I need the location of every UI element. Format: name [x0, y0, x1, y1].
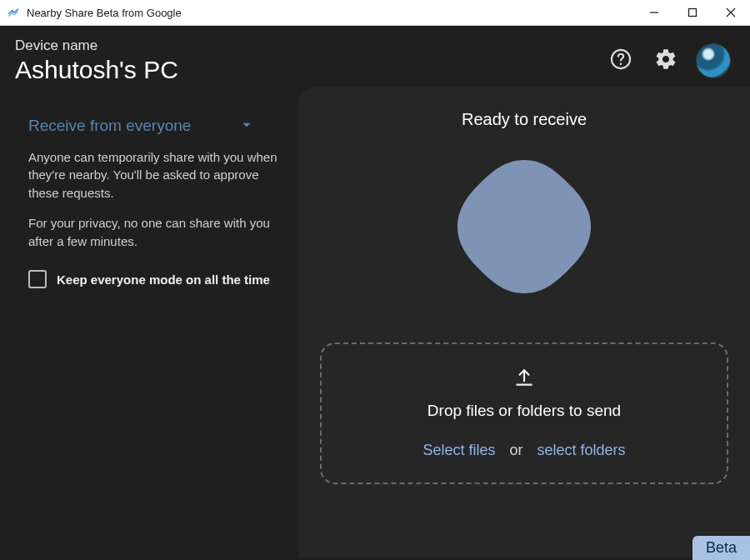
device-name-value: Ashutosh's PC — [15, 56, 178, 85]
keep-everyone-checkbox[interactable] — [28, 270, 47, 288]
visibility-panel: Receive from everyone Anyone can tempora… — [0, 93, 298, 558]
account-avatar[interactable] — [697, 44, 730, 78]
ready-status: Ready to receive — [320, 110, 728, 129]
visibility-description-1: Anyone can temporarily share with you wh… — [28, 148, 278, 202]
device-name-label: Device name — [15, 38, 178, 54]
maximize-button[interactable] — [673, 0, 712, 25]
help-button[interactable] — [607, 47, 635, 75]
settings-button[interactable] — [652, 47, 680, 75]
svg-point-5 — [620, 63, 622, 66]
gear-icon — [654, 48, 678, 74]
dropzone-or: or — [509, 442, 522, 458]
app-header: Device name Ashutosh's PC — [0, 26, 750, 93]
keep-everyone-checkbox-label: Keep everyone mode on all the time — [57, 272, 270, 287]
dropzone-title: Drop files or folders to send — [428, 402, 621, 420]
select-folders-link[interactable]: select folders — [538, 442, 626, 458]
upload-icon — [513, 367, 535, 392]
receive-panel: Ready to receive Drop files or folders t… — [298, 87, 750, 558]
window-title: Nearby Share Beta from Google — [27, 7, 182, 19]
chevron-down-icon — [241, 117, 252, 135]
dropzone[interactable]: Drop files or folders to send Select fil… — [320, 342, 728, 484]
app-icon — [7, 6, 20, 19]
device-info: Device name Ashutosh's PC — [15, 38, 178, 85]
beta-badge: Beta — [692, 536, 750, 560]
close-button[interactable] — [712, 0, 750, 25]
window-titlebar: Nearby Share Beta from Google — [0, 0, 750, 26]
minimize-button[interactable] — [635, 0, 673, 25]
help-icon — [609, 48, 632, 74]
dropzone-links: Select files or select folders — [422, 442, 625, 459]
svg-rect-1 — [689, 9, 697, 17]
window-controls — [635, 0, 750, 25]
visibility-description-2: For your privacy, no one can share with … — [28, 214, 278, 251]
select-files-link[interactable]: Select files — [422, 442, 495, 458]
visibility-dropdown[interactable]: Receive from everyone — [28, 117, 252, 135]
device-blob-icon — [450, 152, 598, 304]
visibility-dropdown-label: Receive from everyone — [28, 117, 191, 135]
